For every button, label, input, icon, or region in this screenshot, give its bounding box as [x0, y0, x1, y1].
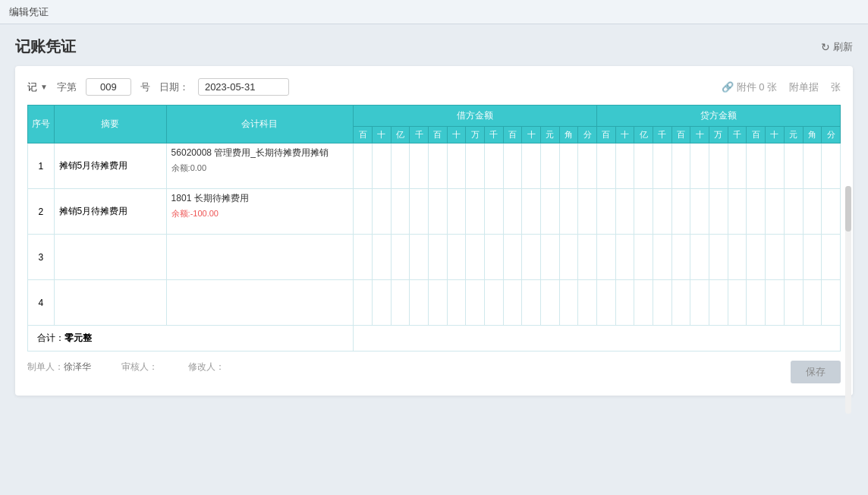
cell-credit-2-4[interactable] — [671, 235, 690, 280]
cell-credit-1-0[interactable] — [597, 189, 616, 235]
cell-credit-1-11[interactable] — [803, 189, 822, 235]
cell-debit-3-11[interactable] — [559, 280, 578, 326]
cell-summary-1[interactable]: 摊销5月待摊费用 — [54, 189, 166, 235]
cell-debit-1-7[interactable] — [485, 189, 504, 235]
cell-credit-0-5[interactable] — [690, 143, 709, 189]
cell-credit-1-10[interactable] — [784, 189, 803, 235]
cell-credit-0-6[interactable] — [709, 143, 728, 189]
cell-credit-1-6[interactable] — [709, 189, 728, 235]
attachment-link[interactable]: 🔗 附件 0 张 — [722, 80, 777, 94]
cell-debit-1-4[interactable] — [429, 189, 448, 235]
cell-debit-2-4[interactable] — [429, 235, 448, 280]
cell-debit-0-3[interactable] — [410, 143, 429, 189]
cell-debit-0-11[interactable] — [559, 143, 578, 189]
cell-credit-2-8[interactable] — [747, 235, 766, 280]
cell-debit-1-11[interactable] — [559, 189, 578, 235]
cell-debit-2-9[interactable] — [522, 235, 541, 280]
cell-debit-0-2[interactable] — [391, 143, 410, 189]
scrollbar[interactable] — [845, 186, 851, 414]
cell-debit-2-7[interactable] — [485, 235, 504, 280]
cell-summary-0[interactable]: 摊销5月待摊费用 — [54, 143, 166, 189]
cell-debit-0-5[interactable] — [447, 143, 466, 189]
cell-debit-0-0[interactable] — [354, 143, 373, 189]
cell-debit-2-1[interactable] — [373, 235, 392, 280]
cell-debit-1-0[interactable] — [354, 189, 373, 235]
cell-credit-1-8[interactable] — [747, 189, 766, 235]
cell-credit-2-11[interactable] — [803, 235, 822, 280]
cell-seq-2[interactable]: 3 — [28, 235, 55, 280]
refresh-button[interactable]: ↻ 刷新 — [821, 40, 853, 54]
cell-credit-1-5[interactable] — [690, 189, 709, 235]
cell-credit-2-3[interactable] — [653, 235, 672, 280]
cell-debit-2-8[interactable] — [503, 235, 522, 280]
cell-credit-0-10[interactable] — [784, 143, 803, 189]
cell-credit-3-8[interactable] — [747, 280, 766, 326]
scrollbar-thumb[interactable] — [845, 186, 851, 232]
cell-debit-1-6[interactable] — [466, 189, 485, 235]
cell-credit-0-2[interactable] — [634, 143, 653, 189]
cell-debit-0-7[interactable] — [485, 143, 504, 189]
cell-credit-2-10[interactable] — [784, 235, 803, 280]
cell-account-3[interactable] — [166, 280, 354, 326]
cell-account-0[interactable]: 56020008 管理费用_长期待摊费用摊销余额:0.00 — [166, 143, 354, 189]
cell-account-2[interactable] — [166, 235, 354, 280]
cell-debit-1-8[interactable] — [503, 189, 522, 235]
cell-debit-0-9[interactable] — [522, 143, 541, 189]
cell-debit-2-5[interactable] — [447, 235, 466, 280]
cell-debit-2-2[interactable] — [391, 235, 410, 280]
cell-debit-1-1[interactable] — [373, 189, 392, 235]
cell-debit-3-0[interactable] — [354, 280, 373, 326]
cell-credit-0-12[interactable] — [822, 143, 841, 189]
cell-debit-3-1[interactable] — [373, 280, 392, 326]
cell-credit-2-9[interactable] — [766, 235, 785, 280]
cell-credit-2-7[interactable] — [728, 235, 747, 280]
cell-debit-1-9[interactable] — [522, 189, 541, 235]
cell-debit-3-12[interactable] — [578, 280, 597, 326]
cell-credit-0-0[interactable] — [597, 143, 616, 189]
cell-credit-3-7[interactable] — [728, 280, 747, 326]
cell-debit-1-3[interactable] — [410, 189, 429, 235]
cell-credit-0-8[interactable] — [747, 143, 766, 189]
cell-credit-0-9[interactable] — [766, 143, 785, 189]
cell-credit-3-6[interactable] — [709, 280, 728, 326]
cell-debit-0-4[interactable] — [429, 143, 448, 189]
cell-credit-3-9[interactable] — [766, 280, 785, 326]
cell-debit-0-6[interactable] — [466, 143, 485, 189]
cell-debit-3-9[interactable] — [522, 280, 541, 326]
cell-credit-2-2[interactable] — [634, 235, 653, 280]
cell-credit-1-12[interactable] — [822, 189, 841, 235]
cell-debit-1-5[interactable] — [447, 189, 466, 235]
cell-credit-3-3[interactable] — [653, 280, 672, 326]
attach-single-label[interactable]: 附单据 — [789, 80, 819, 94]
cell-debit-2-0[interactable] — [354, 235, 373, 280]
cell-credit-3-12[interactable] — [822, 280, 841, 326]
cell-debit-3-6[interactable] — [466, 280, 485, 326]
cell-credit-1-9[interactable] — [766, 189, 785, 235]
ji-selector[interactable]: 记 ▼ — [27, 80, 48, 94]
cell-credit-3-2[interactable] — [634, 280, 653, 326]
cell-debit-2-6[interactable] — [466, 235, 485, 280]
cell-debit-3-3[interactable] — [410, 280, 429, 326]
cell-seq-1[interactable]: 2 — [28, 189, 55, 235]
cell-summary-3[interactable] — [54, 280, 166, 326]
cell-credit-3-4[interactable] — [671, 280, 690, 326]
cell-credit-1-4[interactable] — [671, 189, 690, 235]
cell-debit-0-8[interactable] — [503, 143, 522, 189]
cell-credit-3-0[interactable] — [597, 280, 616, 326]
cell-debit-1-2[interactable] — [391, 189, 410, 235]
cell-debit-2-11[interactable] — [559, 235, 578, 280]
save-button[interactable]: 保存 — [791, 361, 841, 383]
date-input[interactable] — [198, 78, 289, 96]
cell-credit-2-0[interactable] — [597, 235, 616, 280]
cell-credit-1-7[interactable] — [728, 189, 747, 235]
cell-seq-0[interactable]: 1 — [28, 143, 55, 189]
cell-debit-0-1[interactable] — [373, 143, 392, 189]
cell-credit-2-12[interactable] — [822, 235, 841, 280]
cell-debit-0-12[interactable] — [578, 143, 597, 189]
cell-debit-2-10[interactable] — [541, 235, 560, 280]
cell-debit-3-2[interactable] — [391, 280, 410, 326]
cell-credit-0-11[interactable] — [803, 143, 822, 189]
cell-credit-2-5[interactable] — [690, 235, 709, 280]
cell-credit-0-3[interactable] — [653, 143, 672, 189]
cell-debit-2-3[interactable] — [410, 235, 429, 280]
